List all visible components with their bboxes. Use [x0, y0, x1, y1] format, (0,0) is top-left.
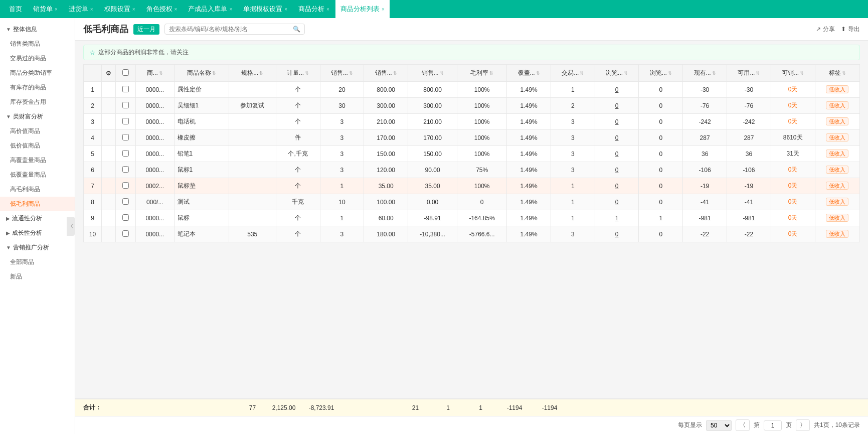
nav-purchase-close[interactable]: ×: [90, 7, 93, 12]
col-name-header[interactable]: 商品名称⇅: [174, 65, 229, 82]
sidebar-item-new-products[interactable]: 新品: [0, 269, 75, 284]
nav-permissions-close[interactable]: ×: [132, 7, 135, 12]
nav-template-close[interactable]: ×: [284, 7, 287, 12]
sidebar-item-all-products[interactable]: 全部商品: [0, 255, 75, 269]
sidebar-group-overall[interactable]: ▼ 整体信息: [0, 22, 75, 37]
views1-link[interactable]: 0: [615, 231, 619, 238]
views1-link[interactable]: 0: [615, 167, 619, 174]
sidebar-item-high-value[interactable]: 高价值商品: [0, 124, 75, 138]
cell-check[interactable]: [116, 162, 136, 178]
sidebar-item-low-coverage[interactable]: 低覆盖量商品: [0, 168, 75, 182]
cell-check[interactable]: [116, 178, 136, 194]
col-views2-header[interactable]: 浏览...⇅: [639, 65, 683, 82]
views1-link[interactable]: 0: [615, 151, 619, 158]
cell-views1[interactable]: 0: [595, 194, 639, 210]
nav-home[interactable]: 首页: [4, 0, 27, 18]
search-icon[interactable]: 🔍: [293, 26, 300, 33]
cell-views1[interactable]: 0: [595, 130, 639, 146]
sidebar-group-growth[interactable]: ▶ 成长性分析: [0, 226, 75, 240]
sidebar-item-high-coverage[interactable]: 高覆盖量商品: [0, 153, 75, 168]
views1-link[interactable]: 1: [615, 215, 619, 222]
views1-link[interactable]: 0: [615, 86, 619, 93]
cell-check[interactable]: [116, 114, 136, 130]
col-spec-header[interactable]: 规格...⇅: [229, 65, 276, 82]
sidebar-item-low-value[interactable]: 低价值商品: [0, 138, 75, 153]
col-settings-header[interactable]: ⚙: [102, 65, 116, 82]
cell-views1[interactable]: 0: [595, 114, 639, 130]
nav-stock-in-close[interactable]: ×: [229, 7, 232, 12]
cell-check[interactable]: [116, 210, 136, 226]
sidebar-item-category-rate[interactable]: 商品分类助销率: [0, 66, 75, 80]
nav-purchase[interactable]: 进货单 ×: [64, 0, 98, 18]
row-checkbox[interactable]: [122, 198, 129, 205]
col-available-header[interactable]: 可用...⇅: [727, 65, 771, 82]
views1-link[interactable]: 0: [615, 183, 619, 190]
row-checkbox[interactable]: [122, 134, 129, 140]
nav-stock-in[interactable]: 产成品入库单 ×: [183, 0, 237, 18]
col-current-header[interactable]: 现有...⇅: [683, 65, 727, 82]
views1-link[interactable]: 0: [615, 102, 619, 109]
row-checkbox[interactable]: [122, 118, 129, 124]
row-checkbox[interactable]: [122, 102, 129, 108]
row-checkbox[interactable]: [122, 182, 129, 189]
views1-link[interactable]: 0: [615, 199, 619, 206]
cell-views1[interactable]: 0: [595, 226, 639, 242]
sidebar-group-marketing[interactable]: ▼ 营销推广分析: [0, 240, 75, 255]
settings-icon[interactable]: ⚙: [106, 70, 111, 77]
nav-permissions[interactable]: 权限设置 ×: [99, 0, 140, 18]
row-checkbox[interactable]: [122, 150, 129, 157]
share-btn[interactable]: ↗ 分享: [816, 25, 835, 34]
row-checkbox[interactable]: [122, 166, 129, 173]
sidebar-group-wealth[interactable]: ▼ 类财富分析: [0, 109, 75, 124]
col-sales-price-header[interactable]: 销售...⇅: [364, 65, 408, 82]
sidebar-item-sales-products[interactable]: 销售类商品: [0, 37, 75, 51]
cell-views1[interactable]: 0: [595, 162, 639, 178]
cell-check[interactable]: [116, 226, 136, 242]
col-sales-amount-header[interactable]: 销售...⇅: [408, 65, 457, 82]
nav-roles-close[interactable]: ×: [175, 7, 178, 12]
page-input[interactable]: [764, 420, 782, 430]
sidebar-item-low-margin[interactable]: 低毛利商品: [0, 197, 75, 211]
nav-product-analysis-list[interactable]: 商品分析列表 ×: [335, 0, 390, 18]
search-input[interactable]: [169, 26, 291, 33]
nav-product-analysis[interactable]: 商品分析 ×: [293, 0, 334, 18]
col-coverage-header[interactable]: 覆盖...⇅: [507, 65, 551, 82]
views1-link[interactable]: 0: [615, 118, 619, 125]
row-checkbox[interactable]: [122, 230, 129, 237]
cell-check[interactable]: [116, 194, 136, 210]
nav-roles[interactable]: 角色授权 ×: [141, 0, 183, 18]
sidebar-item-traded-products[interactable]: 交易过的商品: [0, 51, 75, 66]
per-page-select[interactable]: 50 20 100: [706, 420, 732, 431]
nav-sales-close[interactable]: ×: [55, 7, 58, 12]
sidebar-item-inventory-capital[interactable]: 库存资金占用: [0, 95, 75, 109]
cell-check[interactable]: [116, 98, 136, 114]
cell-views1[interactable]: 0: [595, 146, 639, 162]
prev-page-btn[interactable]: 〈: [736, 419, 750, 431]
col-gross-rate-header[interactable]: 毛利率⇅: [457, 65, 507, 82]
cell-check[interactable]: [116, 130, 136, 146]
cell-check[interactable]: [116, 146, 136, 162]
cell-views1[interactable]: 0: [595, 178, 639, 194]
sidebar-collapse-btn[interactable]: 《: [67, 217, 75, 236]
sidebar-item-high-margin[interactable]: 高毛利商品: [0, 182, 75, 197]
row-checkbox[interactable]: [122, 86, 129, 92]
cell-views1[interactable]: 0: [595, 98, 639, 114]
views1-link[interactable]: 0: [615, 134, 619, 141]
row-checkbox[interactable]: [122, 214, 129, 221]
sidebar-item-in-stock[interactable]: 有库存的商品: [0, 80, 75, 95]
nav-template[interactable]: 单据模板设置 ×: [238, 0, 292, 18]
cell-views1[interactable]: 0: [595, 82, 639, 98]
select-all-checkbox[interactable]: [122, 69, 129, 76]
col-trade-header[interactable]: 交易...⇅: [551, 65, 595, 82]
cell-views1[interactable]: 1: [595, 210, 639, 226]
nav-sales[interactable]: 销货单 ×: [28, 0, 63, 18]
export-btn[interactable]: ⬆ 导出: [841, 25, 860, 34]
cell-check[interactable]: [116, 82, 136, 98]
period-btn[interactable]: 近一月: [133, 24, 159, 35]
next-page-btn[interactable]: 〉: [796, 419, 810, 431]
col-tag-header[interactable]: 标签⇅: [815, 65, 859, 82]
col-views1-header[interactable]: 浏览...⇅: [595, 65, 639, 82]
sidebar-group-circulation[interactable]: ▶ 流通性分析: [0, 211, 75, 226]
nav-product-analysis-list-close[interactable]: ×: [382, 7, 385, 12]
col-sales-qty-header[interactable]: 销售...⇅: [320, 65, 364, 82]
